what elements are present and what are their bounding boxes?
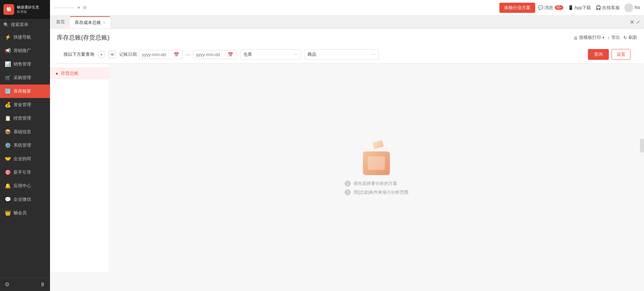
collapse-icon[interactable]: ⏸	[40, 282, 45, 288]
sidebar-item-corp[interactable]: 🤝 企业协同	[0, 152, 50, 166]
print-template-button[interactable]: 🖨 按模板打印 ▾	[573, 34, 604, 41]
product-more-icon[interactable]: ···	[371, 51, 376, 57]
sidebar-item-finance[interactable]: 💰 资金管理	[0, 98, 50, 112]
finance-icon: 💰	[5, 102, 11, 108]
sidebar-nav: ⚡ 快捷导航 📢 营销推广 📊 销售管理 🛒 采购管理 🔢 库存核算 💰 资金管…	[0, 30, 50, 277]
filter-add-button[interactable]: +	[98, 51, 105, 58]
sidebar-item-label: 经营管理	[14, 115, 31, 121]
export-button[interactable]: ↑ 导出	[608, 34, 620, 41]
settings-button[interactable]: 设置	[612, 49, 630, 60]
date-end-input[interactable]	[196, 52, 226, 57]
app-name: 畅捷通好生意	[17, 5, 39, 9]
panel-expand-button[interactable]: ⤢	[636, 20, 640, 25]
tab-home-label: 首页	[56, 19, 65, 25]
sidebar-item-operations[interactable]: 📋 经营管理	[0, 112, 50, 125]
messages-button[interactable]: 💬 消息 99+	[538, 5, 563, 11]
sidebar-item-system[interactable]: ⚙️ 系统管理	[0, 139, 50, 152]
empty-step-1: 1 请先选择要分析的方案	[345, 180, 408, 187]
content-body: ● 存货总账 1 请先选择要分析的方案	[50, 64, 644, 272]
tab-active-label: 库存成本总账	[75, 20, 101, 26]
inventory-icon: 🔢	[5, 88, 11, 94]
sidebar-item-member[interactable]: 👑 畅会员	[0, 206, 50, 220]
marketing-icon: 📢	[5, 48, 11, 54]
scheme-item-icon: ●	[55, 71, 58, 76]
scheme-item-label: 存货总账	[61, 70, 78, 76]
step-num-2: 2	[345, 189, 351, 195]
messages-badge: 99+	[555, 5, 563, 10]
search-button[interactable]: 查询	[588, 49, 609, 60]
industry-solution-button[interactable]: 体验行业方案	[499, 3, 535, 13]
sidebar-footer: ⚙ ⏸	[0, 277, 50, 291]
expand-handle[interactable]: ›	[640, 139, 644, 152]
date-end-input-wrapper[interactable]: 📅	[193, 50, 237, 59]
topbar-right: 💬 消息 99+ 📱 App下载 🎧 在线客服 Rit	[538, 3, 640, 12]
sidebar-item-label: 畅会员	[14, 210, 27, 216]
scheme-item-inventory[interactable]: ● 存货总账	[50, 67, 109, 79]
panel-close-button[interactable]: ✕	[630, 19, 634, 25]
purchase-icon: 🛒	[5, 75, 11, 81]
tab-close-icon[interactable]: ×	[103, 21, 105, 25]
sidebar-item-guide[interactable]: 🎯 新手引导	[0, 166, 50, 179]
gear-settings-icon[interactable]: ⚙	[83, 5, 87, 10]
tab-bar: 首页 库存成本总账 × ✕ ⤢	[50, 16, 644, 29]
search-menu-label: 搜索菜单	[11, 22, 28, 28]
sidebar-item-label: 库存核算	[14, 88, 31, 94]
main-area: ▾ ⚙ 体验行业方案 💬 消息 99+ 📱 App下载 🎧 在线客服 Rit	[50, 0, 644, 291]
sidebar-item-label: 企业微信	[14, 196, 31, 202]
page-header: 库存总账(存货总账) 🖨 按模板打印 ▾ ↑ 导出 ↻ 刷新	[50, 29, 644, 64]
tab-home[interactable]: 首页	[51, 16, 70, 28]
sidebar-item-quick-nav[interactable]: ⚡ 快捷导航	[0, 30, 50, 44]
date-start-input[interactable]	[142, 52, 172, 57]
user-info[interactable]: Rit	[624, 3, 640, 12]
calendar-end-icon[interactable]: 📅	[228, 52, 233, 57]
product-select[interactable]: 商品 ···	[304, 49, 379, 59]
sidebar-item-wechat[interactable]: 💬 企业微信	[0, 193, 50, 206]
sidebar-item-sales[interactable]: 📊 销售管理	[0, 57, 50, 71]
illustration-box	[363, 151, 390, 175]
sidebar-item-label: 应用中心	[14, 183, 31, 189]
filter-collapse-button[interactable]: ≪	[108, 51, 116, 58]
sidebar-item-inventory[interactable]: 🔢 库存核算	[0, 84, 50, 98]
headset-icon: 🎧	[596, 5, 601, 10]
sidebar-item-basic-info[interactable]: 📦 基础信息	[0, 125, 50, 139]
sidebar-item-app-center[interactable]: 🔔 应用中心	[0, 179, 50, 193]
sidebar-item-label: 企业协同	[14, 156, 31, 162]
date-separator: —	[185, 52, 190, 57]
illustration-shine	[372, 140, 384, 149]
app-download-button[interactable]: 📱 App下载	[568, 5, 591, 11]
warehouse-filter-group: 仓库 ···	[240, 49, 301, 59]
date-start-input-wrapper[interactable]: 📅	[139, 50, 183, 59]
tab-inventory-ledger[interactable]: 库存成本总账 ×	[70, 16, 110, 28]
search-menu[interactable]: 🔍 搜索菜单	[0, 19, 50, 30]
dropdown-icon[interactable]: ▾	[78, 5, 80, 10]
guide-icon: 🎯	[5, 169, 11, 175]
phone-icon: 📱	[568, 5, 573, 10]
topbar-breadcrumb: ▾ ⚙	[54, 5, 497, 10]
export-icon: ↑	[608, 35, 610, 40]
warehouse-more-icon[interactable]: ···	[294, 51, 298, 57]
calendar-start-icon[interactable]: 📅	[174, 52, 179, 57]
date-filter-group: 记账日期 📅 — 📅	[119, 50, 237, 59]
sidebar-item-label: 资金管理	[14, 102, 31, 108]
refresh-button[interactable]: ↻ 刷新	[623, 34, 637, 41]
warehouse-select[interactable]: 仓库 ···	[240, 49, 301, 59]
avatar	[624, 3, 633, 12]
page-actions: 🖨 按模板打印 ▾ ↑ 导出 ↻ 刷新	[573, 34, 638, 41]
online-service-button[interactable]: 🎧 在线客服	[596, 5, 620, 11]
settings-icon[interactable]: ⚙	[5, 281, 9, 288]
operations-icon: 📋	[5, 115, 11, 121]
filter-actions: 查询 设置	[588, 49, 630, 60]
message-icon: 💬	[538, 5, 543, 10]
sidebar-item-purchase[interactable]: 🛒 采购管理	[0, 71, 50, 84]
sidebar-item-marketing[interactable]: 📢 营销推广	[0, 44, 50, 57]
empty-state-area: 1 请先选择要分析的方案 2 用[过滤]条件来缩小分析范围	[109, 64, 644, 272]
wechat-icon: 💬	[5, 196, 11, 202]
sidebar-item-label: 基础信息	[14, 129, 31, 135]
sidebar: 畅 畅捷通好生意 标准版 🔍 搜索菜单 ⚡ 快捷导航 📢 营销推广 📊 销售管理…	[0, 0, 50, 291]
illustration-box-inner	[368, 156, 385, 170]
tab-panel-actions: ✕ ⤢	[630, 19, 643, 25]
logo-icon: 畅	[3, 4, 14, 15]
sidebar-item-label: 快捷导航	[14, 34, 31, 40]
step-num-1: 1	[345, 180, 351, 187]
breadcrumb-text	[54, 7, 74, 8]
